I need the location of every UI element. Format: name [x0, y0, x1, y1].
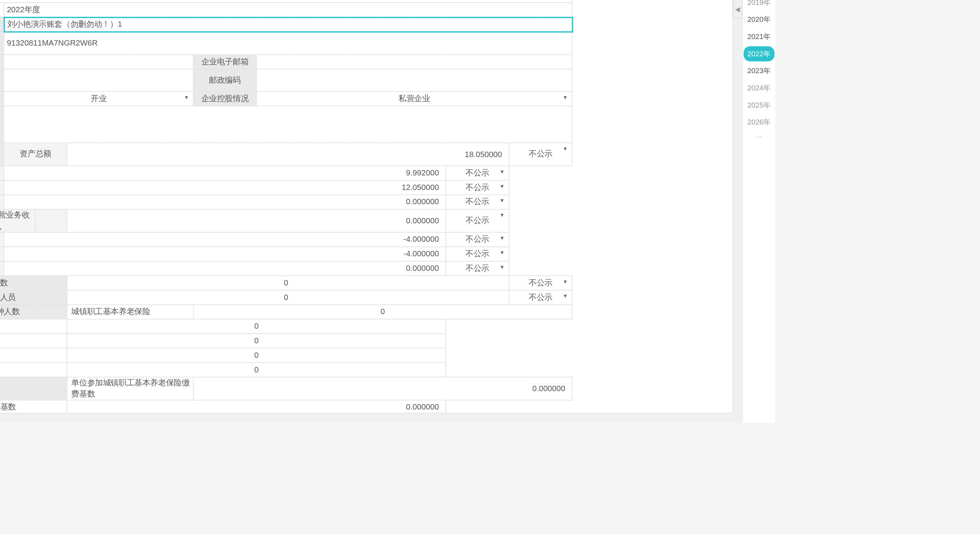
year-2023年[interactable]: 2023年 — [743, 63, 775, 79]
year-2024年[interactable]: 2024年 — [743, 80, 775, 96]
year-2021年[interactable]: 2021年 — [743, 29, 775, 44]
content-area: 基础信息 其他信息 重置报表 ⟳刷新 ABCDEFGHIJKLMNOPQRST1… — [0, 0, 775, 423]
year-rail: ︿ 2017年2018年2019年2020年2021年2022年2023年202… — [742, 0, 775, 423]
year-2019年[interactable]: 2019年 — [743, 0, 775, 10]
spreadsheet[interactable]: ABCDEFGHIJKLMNOPQRST1工商年报信息表2税款所属期间：2022… — [0, 0, 733, 413]
year-2026年[interactable]: 2026年 — [743, 115, 775, 130]
year-2022年[interactable]: 2022年 — [743, 46, 775, 62]
year-down-button[interactable]: ﹀ — [754, 132, 764, 144]
year-2020年[interactable]: 2020年 — [743, 12, 775, 27]
collapse-rail-button[interactable]: ◀ — [733, 0, 742, 19]
year-2025年[interactable]: 2025年 — [743, 98, 775, 113]
